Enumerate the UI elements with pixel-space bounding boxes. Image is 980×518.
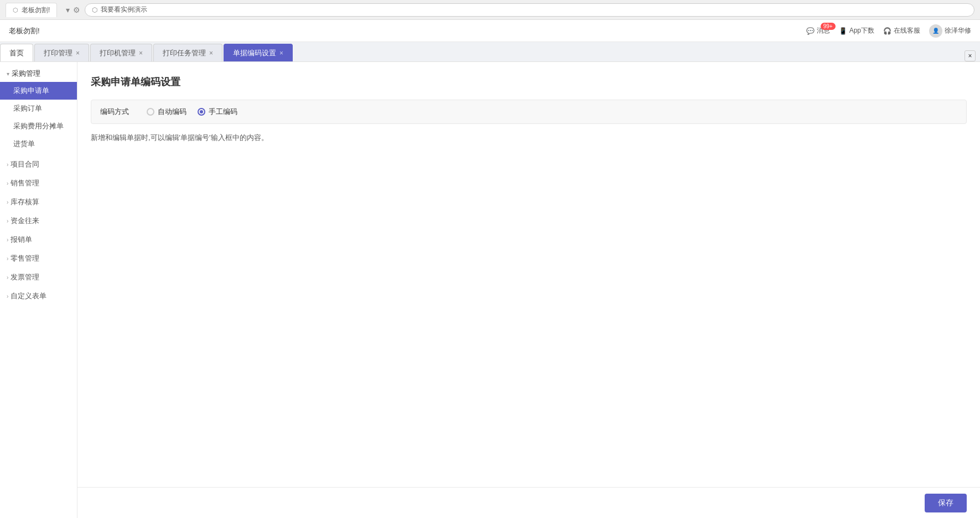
sidebar-item-stock-in-label: 进货单 [13, 139, 35, 148]
sidebar-group-project-label: 项目合同 [11, 159, 39, 169]
radio-group: 自动编码 手工编码 [147, 107, 237, 117]
sidebar-group-sales[interactable]: › 销售管理 [0, 174, 77, 193]
main-layout: ▾ 采购管理 采购申请单 采购订单 采购费用分摊单 进货单 › 项目合同 › 销… [0, 62, 980, 518]
chevron-right-icon-invoice: › [7, 274, 8, 281]
chevron-right-icon-expense: › [7, 237, 8, 243]
manual-code-radio-circle [198, 108, 205, 116]
browser-bar: ⬡ 老板勿割! ▾ ⚙ ⬡ 我要看实例演示 [0, 0, 980, 20]
sidebar: ▾ 采购管理 采购申请单 采购订单 采购费用分摊单 进货单 › 项目合同 › 销… [0, 62, 77, 518]
chevron-right-icon-retail: › [7, 256, 8, 262]
tab-print-task-management[interactable]: 打印任务管理 × [153, 44, 222, 61]
avatar: 👤 [929, 24, 942, 38]
sidebar-group-project[interactable]: › 项目合同 [0, 155, 77, 174]
user-menu[interactable]: 👤 徐泽华修 [929, 24, 971, 38]
sidebar-group-custom-form[interactable]: › 自定义表单 [0, 287, 77, 305]
online-service-label: 在线客服 [894, 26, 920, 35]
tab-home-label: 首页 [9, 48, 24, 58]
dropdown-icon[interactable]: ▾ [66, 6, 70, 14]
header-title: 老板勿割! [9, 26, 40, 36]
sidebar-item-purchase-order-label: 采购订单 [13, 104, 42, 112]
browser-tab[interactable]: ⬡ 老板勿割! [6, 3, 57, 17]
chevron-right-icon: › [7, 162, 8, 168]
message-button[interactable]: 💬 消息 99+ [806, 26, 830, 35]
sidebar-group-custom-form-label: 自定义表单 [11, 291, 46, 301]
app-download-button[interactable]: 📱 App下数 [839, 26, 874, 35]
tab-home[interactable]: 首页 [0, 44, 33, 61]
tab-printer-management-label: 打印机管理 [100, 48, 136, 58]
download-icon: 📱 [839, 27, 847, 35]
sidebar-group-expense-claim[interactable]: › 报销单 [0, 230, 77, 249]
sidebar-group-retail-label: 零售管理 [11, 253, 39, 263]
tab-close-print-task[interactable]: × [209, 49, 213, 57]
sidebar-group-purchase-title[interactable]: ▾ 采购管理 [0, 64, 77, 82]
sidebar-group-funds[interactable]: › 资金往来 [0, 211, 77, 230]
page-title: 采购申请单编码设置 [91, 75, 967, 89]
sidebar-item-purchase-request-label: 采购申请单 [13, 86, 49, 95]
tab-encoding-settings-label: 单据编码设置 [233, 48, 276, 58]
sidebar-group-invoice-label: 发票管理 [11, 272, 39, 282]
auto-code-radio[interactable]: 自动编码 [147, 107, 186, 117]
chevron-right-icon-sales: › [7, 180, 8, 187]
sidebar-group-purchase-label: 采购管理 [12, 69, 40, 79]
sidebar-item-purchase-order[interactable]: 采购订单 [0, 100, 77, 117]
tab-print-management[interactable]: 打印管理 × [34, 44, 89, 61]
tab-bar-close-button[interactable]: × [965, 50, 976, 61]
info-text: 新增和编辑单据时,可以编辑'单据编号'输入框中的内容。 [91, 133, 967, 143]
browser-address-bar[interactable]: ⬡ 我要看实例演示 [85, 3, 974, 17]
content-area: 采购申请单编码设置 编码方式 自动编码 手工编码 新增和编辑单据时,可以编辑'单… [77, 62, 980, 518]
app-header: 老板勿割! 💬 消息 99+ 📱 App下数 🎧 在线客服 👤 徐泽华修 [0, 20, 980, 42]
content-footer: 保存 [77, 487, 980, 518]
sidebar-item-purchase-expense-label: 采购费用分摊单 [13, 122, 64, 130]
tab-print-management-label: 打印管理 [44, 48, 72, 58]
sidebar-item-purchase-expense[interactable]: 采购费用分摊单 [0, 117, 77, 135]
tab-icon: ⬡ [13, 7, 18, 14]
chevron-right-icon-inventory: › [7, 199, 8, 205]
tab-bar: 首页 打印管理 × 打印机管理 × 打印任务管理 × 单据编码设置 × × [0, 42, 980, 62]
chevron-right-icon-funds: › [7, 218, 8, 224]
browser-tab-title: 老板勿割! [22, 6, 50, 15]
sidebar-group-invoice[interactable]: › 发票管理 [0, 268, 77, 287]
service-icon: 🎧 [883, 27, 891, 35]
sidebar-group-inventory-label: 库存核算 [11, 197, 39, 207]
sidebar-group-inventory[interactable]: › 库存核算 [0, 193, 77, 211]
content-main: 采购申请单编码设置 编码方式 自动编码 手工编码 新增和编辑单据时,可以编辑'单… [77, 62, 980, 487]
manual-code-radio[interactable]: 手工编码 [198, 107, 237, 117]
sidebar-group-sales-label: 销售管理 [11, 178, 39, 188]
tab-encoding-settings[interactable]: 单据编码设置 × [224, 44, 293, 61]
sidebar-item-stock-in[interactable]: 进货单 [0, 135, 77, 153]
encoding-label: 编码方式 [100, 107, 133, 117]
address-text: 我要看实例演示 [101, 5, 147, 14]
settings-icon[interactable]: ⚙ [73, 6, 80, 14]
message-badge: 99+ [821, 23, 836, 30]
sidebar-group-retail[interactable]: › 零售管理 [0, 249, 77, 268]
app-download-label: App下数 [849, 26, 874, 35]
header-right: 💬 消息 99+ 📱 App下数 🎧 在线客服 👤 徐泽华修 [806, 24, 971, 38]
browser-controls: ▾ ⚙ [66, 6, 80, 14]
chevron-right-icon-custom: › [7, 293, 8, 299]
tab-close-printer-management[interactable]: × [139, 49, 143, 57]
message-icon: 💬 [806, 27, 815, 35]
user-name: 徐泽华修 [945, 26, 971, 35]
tab-close-print-management[interactable]: × [76, 49, 80, 57]
save-button[interactable]: 保存 [925, 494, 967, 512]
header-left: 老板勿割! [9, 26, 40, 36]
page-icon: ⬡ [92, 6, 97, 14]
sidebar-group-expense-claim-label: 报销单 [11, 235, 32, 245]
sidebar-item-purchase-request[interactable]: 采购申请单 [0, 82, 77, 100]
auto-code-radio-circle [147, 108, 154, 116]
online-service-button[interactable]: 🎧 在线客服 [883, 26, 920, 35]
sidebar-group-funds-label: 资金往来 [11, 216, 39, 226]
auto-code-label: 自动编码 [158, 107, 186, 117]
chevron-down-icon: ▾ [7, 71, 9, 77]
sidebar-group-purchase: ▾ 采购管理 采购申请单 采购订单 采购费用分摊单 进货单 [0, 62, 77, 155]
tab-printer-management[interactable]: 打印机管理 × [90, 44, 152, 61]
manual-code-label: 手工编码 [209, 107, 237, 117]
tab-close-encoding[interactable]: × [279, 49, 283, 57]
tab-print-task-management-label: 打印任务管理 [163, 48, 206, 58]
encoding-row: 编码方式 自动编码 手工编码 [91, 100, 967, 124]
